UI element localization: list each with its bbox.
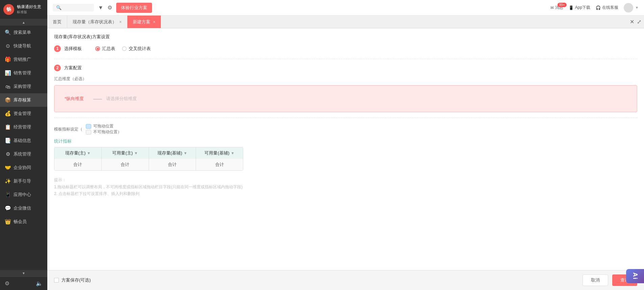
maximize-icon[interactable]: ⤢ bbox=[637, 19, 641, 25]
online-service-button[interactable]: 🎧 在线客服 bbox=[596, 5, 618, 10]
sidebar-item-sales-label: 销售管理 bbox=[14, 70, 31, 76]
topbar: 🔍 ▼ ⚙ 体验行业方案 ✉ 消息 99+ 📱 App下载 🎧 在线客服 bbox=[47, 0, 644, 16]
sidebar-item-appstore[interactable]: 📱 应用中心 bbox=[0, 188, 47, 201]
section2-number: 2 bbox=[54, 65, 61, 71]
topbar-search-box[interactable]: 🔍 bbox=[53, 4, 94, 11]
close-window-icon[interactable]: ✕ bbox=[630, 19, 634, 25]
message-badge: 99+ bbox=[558, 3, 567, 7]
inventory-icon: 📦 bbox=[5, 97, 11, 103]
tab-inventory-status[interactable]: 现存量（库存状况表） × bbox=[67, 16, 127, 28]
col2-dropdown-icon[interactable]: ▼ bbox=[134, 151, 138, 155]
tab-new-scheme-close-icon[interactable]: × bbox=[153, 20, 155, 24]
volume-icon[interactable]: 🔈 bbox=[36, 280, 43, 287]
message-button[interactable]: ✉ 消息 99+ bbox=[550, 5, 563, 10]
user-avatar[interactable]: ▼ bbox=[624, 3, 639, 13]
settings-icon[interactable]: ⚙ bbox=[5, 280, 9, 287]
metrics-settings-label: 模板指标设定（ 可拖动位置 不可拖动位置） bbox=[54, 123, 637, 135]
sidebar-item-search[interactable]: 🔍 搜索菜单 bbox=[0, 26, 47, 39]
col-header-4: 可用量(基辅) ▼ bbox=[196, 147, 243, 159]
sidebar-item-marketing[interactable]: 🎁 营销推广 bbox=[0, 53, 47, 66]
metrics-table: 现存量(主) ▼ 可用量(主) ▼ 现存量(基辅 bbox=[54, 147, 243, 171]
template-options: 汇总表 交叉统计表 bbox=[95, 46, 151, 52]
sales-icon: 📊 bbox=[5, 70, 11, 76]
tips-label: 提示： bbox=[54, 177, 637, 183]
content-area: 现存量(库存状况表)方案设置 1 选择模板 汇总表 交叉统计表 bbox=[47, 28, 644, 270]
system-icon: ⚙ bbox=[5, 151, 11, 157]
sidebar-item-basic[interactable]: 📑 基础信息 bbox=[0, 134, 47, 147]
cooperation-icon: 🤝 bbox=[5, 165, 11, 171]
col3-dropdown-icon[interactable]: ▼ bbox=[183, 151, 187, 155]
main-area: 🔍 ▼ ⚙ 体验行业方案 ✉ 消息 99+ 📱 App下载 🎧 在线客服 bbox=[47, 0, 644, 290]
settings-icon[interactable]: ⚙ bbox=[107, 4, 112, 11]
sidebar-item-finance[interactable]: 💰 资金管理 bbox=[0, 107, 47, 120]
app-version: 标准版 bbox=[17, 10, 41, 15]
cancel-button[interactable]: 取消 bbox=[583, 274, 608, 286]
topbar-left: 🔍 ▼ ⚙ 体验行业方案 bbox=[53, 3, 152, 13]
sidebar-item-inventory[interactable]: 📦 库存核算 bbox=[0, 93, 47, 107]
sidebar-item-system-label: 系统管理 bbox=[14, 151, 31, 157]
basic-icon: 📑 bbox=[5, 138, 11, 144]
sidebar-item-purchase[interactable]: 🛍 采购管理 bbox=[0, 80, 47, 93]
phone-icon: 📱 bbox=[569, 5, 574, 10]
sidebar-item-member[interactable]: 👑 畅会员 bbox=[0, 215, 47, 228]
sidebar-scroll-up[interactable]: ▲ bbox=[0, 19, 47, 26]
tab-inventory-close-icon[interactable]: × bbox=[119, 20, 122, 24]
section-template: 1 选择模板 汇总表 交叉统计表 bbox=[54, 45, 637, 52]
template-cross-option[interactable]: 交叉统计表 bbox=[122, 46, 151, 52]
tab-new-scheme[interactable]: 新建方案 × bbox=[127, 16, 161, 28]
col-header-1: 现存量(主) ▼ bbox=[54, 147, 102, 159]
col4-dropdown-icon[interactable]: ▼ bbox=[231, 151, 234, 155]
sidebar-item-system[interactable]: ⚙ 系统管理 bbox=[0, 147, 47, 161]
sidebar-item-wechat[interactable]: 💬 企业微信 bbox=[0, 201, 47, 215]
purchase-icon: 🛍 bbox=[5, 83, 11, 90]
tabbar: 首页 现存量（库存状况表） × 新建方案 × ✕ ⤢ bbox=[47, 16, 644, 28]
col-header-3: 现存量(基辅) ▼ bbox=[149, 147, 196, 159]
sidebar-item-guide[interactable]: ✨ 新手引导 bbox=[0, 174, 47, 188]
app-download-button[interactable]: 📱 App下载 bbox=[569, 5, 590, 10]
ai-button[interactable]: Ai bbox=[626, 269, 644, 283]
operation-icon: 📋 bbox=[5, 124, 11, 130]
tips-section: 提示： 1.拖动标题栏可以调整布局，不可跨维度或指标区域拖动栏目字段(只能在同一… bbox=[54, 177, 637, 197]
save-option: 方案保存(可选) bbox=[54, 277, 91, 283]
sidebar-item-operation-label: 经营管理 bbox=[14, 124, 31, 130]
tab-home[interactable]: 首页 bbox=[47, 16, 67, 28]
cross-radio[interactable] bbox=[122, 46, 127, 51]
topbar-right: ✉ 消息 99+ 📱 App下载 🎧 在线客服 ▼ bbox=[550, 3, 639, 13]
summary-radio[interactable] bbox=[95, 46, 100, 51]
save-checkbox[interactable] bbox=[54, 278, 59, 283]
section2-title: 方案配置 bbox=[64, 65, 82, 71]
finance-icon: 💰 bbox=[5, 111, 11, 117]
sidebar-item-operation[interactable]: 📋 经营管理 bbox=[0, 120, 47, 134]
divider-1 bbox=[54, 59, 637, 59]
col-header-2: 可用量(主) ▼ bbox=[102, 147, 149, 159]
divider-2 bbox=[54, 118, 637, 118]
sidebar-item-appstore-label: 应用中心 bbox=[14, 192, 31, 198]
sidebar-item-shortcut[interactable]: ⊙ 快捷导航 bbox=[0, 39, 47, 53]
sidebar-item-inventory-label: 库存核算 bbox=[14, 97, 31, 103]
legend-movable: 可拖动位置 bbox=[86, 123, 122, 129]
dimension-box[interactable]: *纵向维度 —— 请选择分组维度 bbox=[54, 85, 637, 112]
col1-dropdown-icon[interactable]: ▼ bbox=[87, 151, 91, 155]
trial-button[interactable]: 体验行业方案 bbox=[116, 3, 152, 13]
sidebar-item-wechat-label: 企业微信 bbox=[14, 205, 31, 211]
sidebar-item-cooperation[interactable]: 🤝 企业协同 bbox=[0, 161, 47, 174]
template-summary-option[interactable]: 汇总表 bbox=[95, 46, 115, 52]
sidebar-item-basic-label: 基础信息 bbox=[14, 138, 31, 144]
sidebar-scroll-down[interactable]: ▼ bbox=[0, 270, 47, 276]
section1-title: 选择模板 bbox=[64, 46, 82, 52]
chevron-down-icon: ▼ bbox=[635, 6, 639, 9]
stats-label: 统计指标 bbox=[54, 138, 637, 144]
avatar-image bbox=[624, 3, 633, 13]
metrics-table-row: 合计 合计 合计 合计 bbox=[54, 159, 243, 170]
search-icon: 🔍 bbox=[5, 29, 11, 35]
aggregate-label: 汇总维度（必选） bbox=[54, 76, 637, 82]
sidebar-item-finance-label: 资金管理 bbox=[14, 111, 31, 117]
sidebar-item-sales[interactable]: 📊 销售管理 bbox=[0, 66, 47, 80]
message-icon: ✉ bbox=[550, 5, 554, 10]
search-input[interactable] bbox=[64, 5, 91, 10]
gear-icon[interactable]: ▼ bbox=[98, 5, 103, 11]
fixed-legend-box bbox=[86, 130, 91, 135]
marketing-icon: 🎁 bbox=[5, 56, 11, 63]
wechat-icon: 💬 bbox=[5, 205, 11, 211]
movable-legend-box bbox=[86, 124, 91, 129]
